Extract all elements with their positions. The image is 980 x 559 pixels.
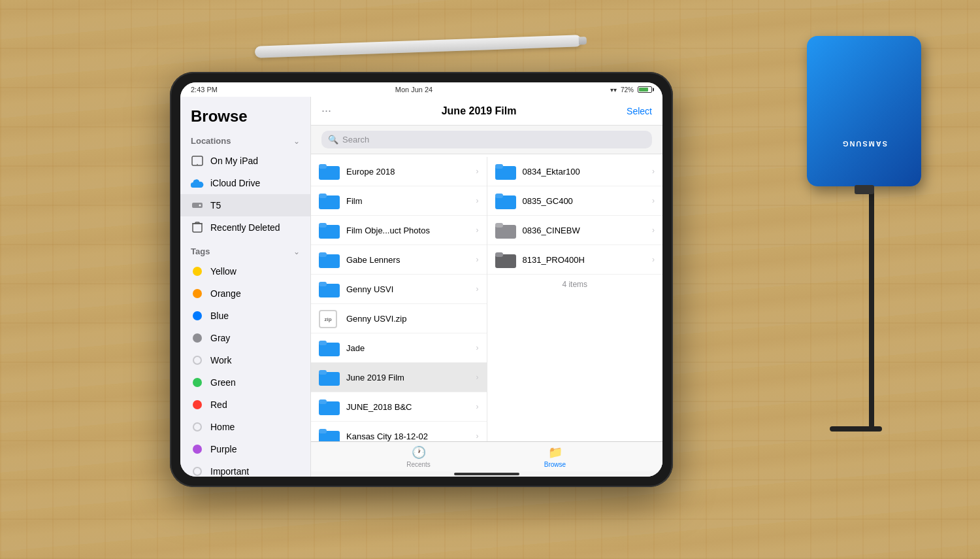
home-bar: [311, 471, 662, 477]
svg-rect-19: [319, 370, 327, 375]
yellow-tag-icon: [191, 265, 204, 278]
status-indicators: ▾▾ 72%: [610, 86, 652, 93]
sidebar-item-label-gray: Gray: [210, 333, 230, 343]
search-icon: 🔍: [328, 135, 338, 144]
folder-chevron-film: ›: [476, 196, 479, 205]
folder-name-0836-cinebw: 0836_CINEBW: [523, 226, 646, 235]
apple-pencil: [255, 35, 581, 58]
folder-gabe-lenners-icon: [319, 251, 340, 268]
more-options-button[interactable]: ···: [321, 104, 331, 118]
folder-name-genny-usvi: Genny USVI: [346, 284, 470, 294]
folder-item-kansas-city[interactable]: Kansas City 18-12-02 ›: [311, 422, 487, 441]
folder-chevron-june-2018-bnc: ›: [476, 402, 479, 411]
sidebar-item-t5[interactable]: T5: [180, 194, 310, 216]
usb-cable: [869, 183, 874, 432]
recents-tab-label: Recents: [406, 461, 431, 468]
sidebar-item-label-purple: Purple: [210, 444, 237, 454]
folder-item-film[interactable]: Film ›: [311, 186, 487, 216]
sidebar-item-orange[interactable]: Orange: [180, 282, 310, 305]
sidebar-item-purple[interactable]: Purple: [180, 438, 310, 460]
folder-item-0834-ektar100[interactable]: 0834_Ektar100 ›: [487, 157, 663, 186]
sidebar-item-green[interactable]: Green: [180, 371, 310, 394]
ipad-icon: [191, 154, 204, 167]
sidebar-item-work[interactable]: Work: [180, 349, 310, 371]
folder-item-8131-pro400h[interactable]: 8131_PRO400H ›: [487, 245, 663, 275]
sidebar-item-important[interactable]: Important: [180, 460, 310, 477]
folder-item-film-object-photos[interactable]: Film Obje...uct Photos ›: [311, 216, 487, 245]
sidebar-item-label-orange: Orange: [210, 288, 241, 299]
svg-rect-11: [319, 223, 327, 228]
sidebar: Browse Locations ⌄ On My iPa: [180, 97, 311, 477]
sidebar-item-home[interactable]: Home: [180, 416, 310, 438]
ssd-port: [855, 185, 874, 194]
locations-chevron-icon: ⌄: [293, 137, 300, 146]
search-bar: 🔍 Search: [311, 126, 662, 154]
red-tag-icon: [191, 398, 204, 411]
locations-label: Locations: [191, 136, 231, 146]
wifi-icon: ▾▾: [610, 86, 617, 93]
tags-section-header[interactable]: Tags ⌄: [180, 244, 310, 260]
folder-8131-pro400h-icon: [495, 251, 516, 268]
svg-rect-13: [319, 252, 327, 257]
folder-item-0836-cinebw[interactable]: 0836_CINEBW ›: [487, 216, 663, 245]
gray-tag-icon: [191, 331, 204, 345]
sidebar-item-yellow[interactable]: Yellow: [180, 260, 310, 282]
sidebar-item-blue[interactable]: Blue: [180, 305, 310, 327]
folder-name-film: Film: [346, 196, 470, 206]
folder-film-object-photos-icon: [319, 222, 340, 239]
folder-chevron-genny-usvi: ›: [476, 284, 479, 294]
sidebar-item-label-home: Home: [210, 422, 235, 432]
status-date: Mon Jun 24: [395, 86, 433, 93]
folder-name-europe-2018: Europe 2018: [346, 167, 470, 177]
main-header: ··· June 2019 Film Select: [311, 97, 662, 126]
sidebar-item-gray[interactable]: Gray: [180, 327, 310, 349]
folder-name-0835-gc400: 0835_GC400: [523, 196, 646, 206]
svg-rect-37: [495, 252, 503, 257]
tab-bar: 🕐 Recents 📁 Browse: [311, 441, 662, 471]
svg-rect-31: [495, 164, 503, 169]
sidebar-item-red[interactable]: Red: [180, 394, 310, 416]
folder-genny-usvi-icon: [319, 280, 340, 297]
search-input-wrap[interactable]: 🔍 Search: [321, 131, 652, 148]
sidebar-item-label-red: Red: [210, 399, 227, 410]
folder-june-2018-bnc-icon: [319, 398, 340, 415]
folder-item-genny-usvi[interactable]: Genny USVI ›: [311, 275, 487, 304]
svg-rect-17: [319, 341, 327, 345]
folder-chevron-june-2019-film: ›: [476, 373, 479, 382]
folder-europe-2018-icon: [319, 163, 340, 180]
tab-recents[interactable]: 🕐 Recents: [350, 445, 487, 468]
folder-item-gabe-lenners[interactable]: Gabe Lenners ›: [311, 245, 487, 275]
folder-june-2019-film-icon: [319, 369, 340, 386]
select-button[interactable]: Select: [627, 106, 652, 116]
folder-chevron-0835-gc400: ›: [652, 196, 655, 205]
svg-rect-35: [495, 223, 503, 228]
items-count: 4 items: [557, 275, 593, 294]
zip-badge: zip: [319, 310, 337, 328]
sidebar-item-icloud-drive[interactable]: iCloud Drive: [180, 172, 310, 194]
ipad-screen: 2:43 PM Mon Jun 24 ▾▾ 72% Browse: [180, 82, 662, 477]
status-bar: 2:43 PM Mon Jun 24 ▾▾ 72%: [180, 82, 662, 97]
important-tag-icon: [191, 465, 204, 477]
folder-item-0835-gc400[interactable]: 0835_GC400 ›: [487, 186, 663, 216]
folder-column-left: Europe 2018 › Film ›: [311, 157, 487, 441]
folder-item-june-2018-bnc[interactable]: JUNE_2018 B&C ›: [311, 392, 487, 422]
sidebar-item-on-my-ipad[interactable]: On My iPad: [180, 150, 310, 172]
folder-item-europe-2018[interactable]: Europe 2018 ›: [311, 157, 487, 186]
tab-browse[interactable]: 📁 Browse: [487, 445, 623, 468]
main-panel: ··· June 2019 Film Select 🔍 Search: [311, 97, 662, 477]
folder-kansas-city-icon: [319, 428, 340, 441]
browse-tab-label: Browse: [544, 461, 566, 468]
folder-item-june-2019-film[interactable]: June 2019 Film ›: [311, 363, 487, 392]
sidebar-item-label-recently-deleted: Recently Deleted: [210, 222, 280, 233]
orange-tag-icon: [191, 287, 204, 300]
battery-fill: [639, 88, 648, 92]
recents-tab-icon: 🕐: [412, 445, 426, 460]
folder-item-genny-usvi-zip[interactable]: zip Genny USVI.zip: [311, 304, 487, 333]
tags-label: Tags: [191, 246, 210, 256]
folder-item-jade[interactable]: Jade ›: [311, 333, 487, 363]
content-area: Browse Locations ⌄ On My iPa: [180, 97, 662, 477]
sidebar-item-recently-deleted[interactable]: Recently Deleted: [180, 216, 310, 239]
locations-section-header[interactable]: Locations ⌄: [180, 133, 310, 150]
folder-chevron-film-object-photos: ›: [476, 226, 479, 235]
folder-name-0834-ektar100: 0834_Ektar100: [523, 167, 646, 177]
